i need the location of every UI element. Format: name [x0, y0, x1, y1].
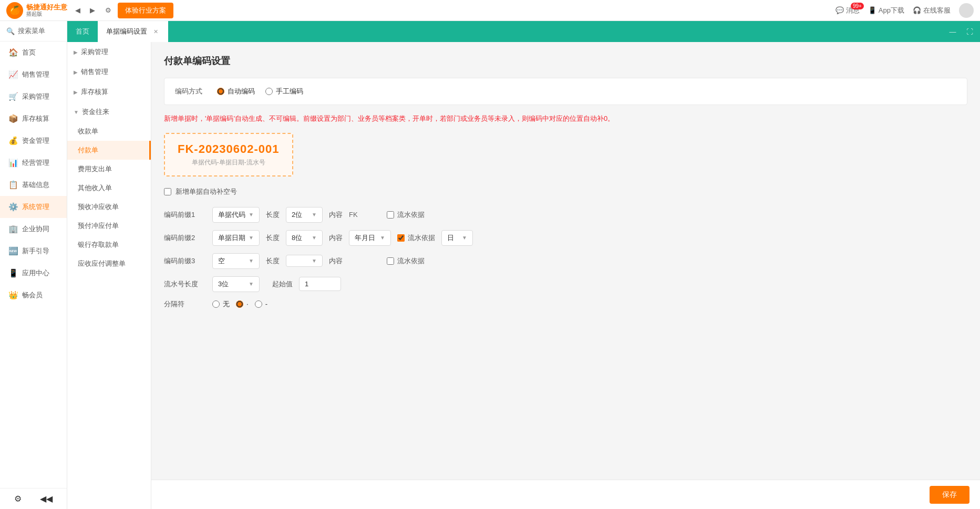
- sidebar-item-business[interactable]: 📊 经营管理: [0, 152, 67, 174]
- service-icon: 🎧: [913, 6, 921, 14]
- online-service-button[interactable]: 🎧 在线客服: [913, 6, 951, 15]
- prefix2-length-select[interactable]: 8位 ▼: [286, 230, 323, 246]
- serial-start-label: 起始值: [272, 279, 293, 289]
- sep-dash-label[interactable]: -: [255, 300, 267, 308]
- sub-item-prepay-pay[interactable]: 预付冲应付单: [67, 216, 151, 235]
- app-download-button[interactable]: 📱 App下载: [868, 6, 904, 15]
- prefix2-period-select[interactable]: 日 ▼: [441, 230, 473, 246]
- sales-icon: 📈: [8, 70, 18, 79]
- prefix1-label: 编码前缀1: [164, 210, 206, 220]
- sub-item-prepay-collect[interactable]: 预收冲应收单: [67, 198, 151, 216]
- search-icon: 🔍: [6, 27, 15, 35]
- settings-bottom-icon[interactable]: ⚙: [14, 494, 22, 504]
- auto-code-radio[interactable]: [217, 88, 224, 95]
- nav-prev-button[interactable]: ◀: [71, 4, 84, 17]
- tab-maximize-button[interactable]: ⛶: [963, 25, 976, 38]
- prefix3-serial-checkbox[interactable]: [387, 257, 394, 265]
- sub-item-payment[interactable]: 付款单: [67, 141, 151, 160]
- prefix2-chevron-icon: ▼: [249, 235, 254, 241]
- search-menu-button[interactable]: 🔍 搜索菜单: [0, 21, 67, 41]
- prefix3-length-chevron-icon: ▼: [312, 258, 317, 264]
- nav-next-button[interactable]: ▶: [86, 4, 99, 17]
- tab-bar: 首页 单据编码设置 ✕ — ⛶: [67, 21, 980, 42]
- prefix1-select[interactable]: 单据代码 ▼: [212, 207, 260, 223]
- sub-item-receivable-adjust[interactable]: 应收应付调整单: [67, 254, 151, 273]
- prefix1-serial-text: 流水依据: [397, 210, 425, 220]
- tab-minimize-button[interactable]: —: [946, 25, 959, 38]
- messages-button[interactable]: 💬 消息 99+: [835, 6, 860, 15]
- sidebar-item-inventory[interactable]: 📦 库存核算: [0, 108, 67, 130]
- sub-item-expense[interactable]: 费用支出单: [67, 160, 151, 179]
- sidebar-item-sales[interactable]: 📈 销售管理: [0, 64, 67, 86]
- inventory-icon: 📦: [8, 114, 18, 123]
- prefix2-serial-checkbox[interactable]: [397, 234, 405, 242]
- prefix1-length-label: 长度: [266, 210, 280, 220]
- serial-start-input[interactable]: 1: [299, 277, 341, 291]
- main-content: 付款单编码设置 编码方式 自动编码 手工编码: [151, 42, 980, 480]
- serial-start-value: 1: [305, 280, 308, 288]
- logo-text: 畅捷通好生意 搭起版: [26, 3, 67, 18]
- sidebar-label-system: 系统管理: [22, 202, 49, 212]
- sub-item-receipt[interactable]: 收款单: [67, 122, 151, 141]
- auto-fill-checkbox[interactable]: [164, 188, 171, 195]
- save-button[interactable]: 保存: [930, 486, 969, 504]
- bottom-bar: 保存: [151, 480, 980, 509]
- sub-item-payment-label: 付款单: [78, 146, 98, 154]
- sidebar-item-member[interactable]: 👑 畅会员: [0, 284, 67, 306]
- sep-none-radio[interactable]: [212, 300, 220, 308]
- trial-button[interactable]: 体验行业方案: [118, 3, 173, 18]
- chevron-capital-icon: ▼: [74, 109, 79, 115]
- sep-dot-label[interactable]: ·: [236, 300, 249, 308]
- prefix2-label: 编码前缀2: [164, 233, 206, 243]
- sidebar-item-basic[interactable]: 📋 基础信息: [0, 174, 67, 196]
- code-preview: FK-20230602-001 单据代码-单据日期-流水号: [164, 133, 293, 176]
- serial-length-chevron-icon: ▼: [249, 281, 254, 287]
- sep-none-label[interactable]: 无: [212, 299, 230, 309]
- sidebar-item-finance[interactable]: 💰 资金管理: [0, 130, 67, 152]
- prefix3-serial-label: 流水依据: [387, 256, 425, 266]
- tab-serial-code[interactable]: 单据编码设置 ✕: [98, 21, 168, 42]
- sep-dash-radio[interactable]: [255, 300, 262, 308]
- logo-icon: 🍊: [6, 2, 23, 19]
- sidebar-item-purchase[interactable]: 🛒 采购管理: [0, 86, 67, 108]
- prefix2-content-select[interactable]: 年月日 ▼: [349, 230, 391, 246]
- sub-group-purchase-header[interactable]: ▶ 采购管理: [67, 42, 151, 62]
- settings-icon[interactable]: ⚙: [101, 3, 116, 18]
- collapse-icon[interactable]: ◀◀: [40, 494, 53, 504]
- auto-code-radio-label[interactable]: 自动编码: [217, 87, 255, 96]
- prefix3-length-select[interactable]: ▼: [286, 255, 323, 267]
- sidebar-item-enterprise[interactable]: 🏢 企业协同: [0, 218, 67, 240]
- sidebar-item-newguide[interactable]: 🆕 新手引导: [0, 240, 67, 262]
- finance-icon: 💰: [8, 136, 18, 146]
- prefix3-select[interactable]: 空 ▼: [212, 253, 260, 269]
- sub-item-bank-deposit[interactable]: 银行存取款单: [67, 235, 151, 254]
- sidebar-label-basic: 基础信息: [22, 180, 49, 190]
- enterprise-icon: 🏢: [8, 224, 18, 234]
- sidebar-item-apps[interactable]: 📱 应用中心: [0, 262, 67, 284]
- prefix1-length-select[interactable]: 2位 ▼: [286, 207, 323, 223]
- main-layout: 🔍 搜索菜单 🏠 首页 📈 销售管理 🛒 采购管理 📦 库存核算 💰 资金管理 …: [0, 0, 980, 509]
- tab-home[interactable]: 首页: [67, 21, 98, 42]
- avatar[interactable]: [959, 3, 974, 18]
- logo: 🍊 畅捷通好生意 搭起版: [6, 2, 67, 19]
- sub-item-other-income[interactable]: 其他收入单: [67, 179, 151, 198]
- tab-bar-actions: — ⛶: [946, 25, 980, 38]
- serial-length-select[interactable]: 3位 ▼: [212, 276, 260, 292]
- prefix3-length-label: 长度: [266, 256, 280, 266]
- prefix1-length-chevron-icon: ▼: [312, 212, 317, 217]
- sub-group-inventory-header[interactable]: ▶ 库存核算: [67, 82, 151, 102]
- manual-code-radio-label[interactable]: 手工编码: [265, 87, 303, 96]
- sidebar-item-home[interactable]: 🏠 首页: [0, 41, 67, 64]
- serial-length-value: 3位: [218, 279, 229, 289]
- tab-close-button[interactable]: ✕: [151, 27, 160, 36]
- sub-group-sales-header[interactable]: ▶ 销售管理: [67, 62, 151, 82]
- newguide-icon: 🆕: [8, 246, 18, 256]
- sep-dot-radio[interactable]: [236, 300, 243, 308]
- prefix1-serial-checkbox[interactable]: [387, 211, 394, 219]
- prefix3-label: 编码前缀3: [164, 256, 206, 266]
- prefix2-select[interactable]: 单据日期 ▼: [212, 230, 260, 246]
- sub-sidebar: ▶ 采购管理 ▶ 销售管理 ▶ 库存核算: [67, 42, 151, 509]
- sub-group-capital-header[interactable]: ▼ 资金往来: [67, 102, 151, 122]
- manual-code-radio[interactable]: [265, 88, 273, 95]
- sidebar-item-system[interactable]: ⚙️ 系统管理: [0, 196, 67, 218]
